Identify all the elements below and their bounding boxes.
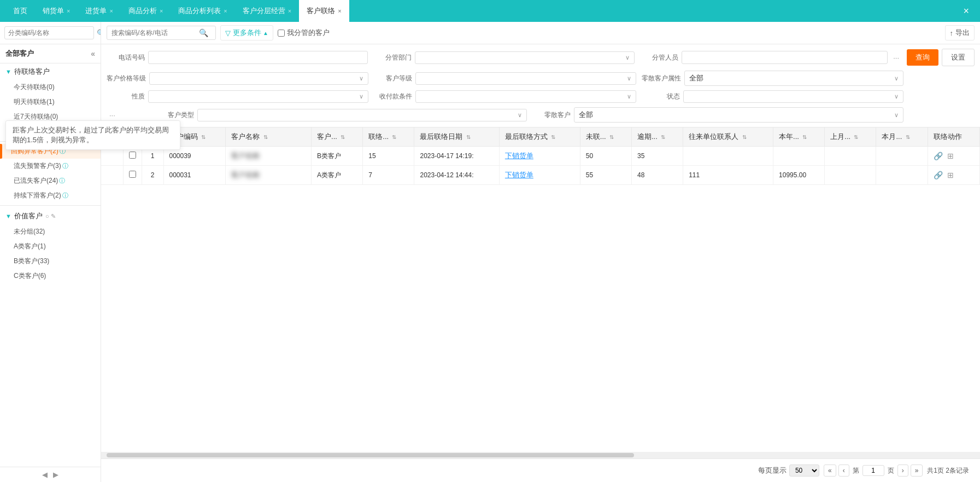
- sidebar-item-declining[interactable]: 持续下滑客户(2) ⓘ: [0, 188, 101, 203]
- person-input[interactable]: [682, 51, 888, 64]
- nav-customer-contact[interactable]: 客户联络 ×: [299, 0, 349, 22]
- td-checkbox-2[interactable]: [123, 166, 142, 185]
- nav-customer-layer[interactable]: 客户分层经营 ×: [235, 0, 299, 22]
- th-this-year[interactable]: 本年... ⇅: [773, 127, 825, 147]
- nav-customer-contact-close[interactable]: ×: [338, 8, 341, 14]
- td-last-way-2[interactable]: 下销货单: [499, 166, 580, 185]
- action-grid-icon-1[interactable]: ⊞: [947, 152, 954, 160]
- action-icons-2: 🔗 ⊞: [934, 171, 974, 179]
- price-level-select[interactable]: ∨: [149, 72, 368, 85]
- first-page-btn[interactable]: «: [824, 464, 836, 477]
- td-type-2: A类客户: [312, 166, 363, 185]
- value-edit-icon[interactable]: ○ ✎: [45, 213, 56, 220]
- h-scrollbar-thumb[interactable]: [107, 453, 634, 457]
- th-type[interactable]: 客户... ⇅: [312, 127, 363, 147]
- export-btn[interactable]: ↑ 导出: [945, 25, 975, 40]
- th-contact[interactable]: 联络... ⇅: [363, 127, 414, 147]
- payment-select[interactable]: ∨: [415, 90, 636, 103]
- my-customers-checkbox-wrap[interactable]: 我分管的客户: [278, 28, 330, 38]
- th-unit-contact[interactable]: 往来单位联系人 ⇅: [683, 127, 773, 147]
- th-this-month[interactable]: 本月... ⇅: [876, 127, 928, 147]
- td-name-2[interactable]: 客户名称: [226, 166, 312, 185]
- status-select[interactable]: ∨: [683, 90, 903, 103]
- retail-customer-select[interactable]: 全部 ∨: [574, 107, 903, 123]
- th-uncontacted[interactable]: 未联... ⇅: [580, 127, 631, 147]
- table-row: 1 000039 客户名称 B类客户 15 2023-04-17 14:19: …: [101, 147, 980, 166]
- th-uncontacted-sort: ⇅: [609, 134, 614, 140]
- action-link-icon-1[interactable]: 🔗: [934, 152, 943, 160]
- td-settings-2: [101, 166, 123, 185]
- sidebar-item-class-b[interactable]: B类客户(33): [0, 254, 101, 269]
- nav-product-list-close[interactable]: ×: [224, 8, 227, 14]
- sidebar-item-class-c[interactable]: C类客户(6): [0, 269, 101, 283]
- action-link-icon-2[interactable]: 🔗: [934, 171, 943, 179]
- settings-btn[interactable]: 设置: [942, 49, 975, 66]
- sidebar-item-today[interactable]: 今天待联络(0): [0, 80, 101, 95]
- main-layout: 🔍 全部客户 « ▼ 待联络客户 今天待联络(0) 明天待联络(1) 近7天待联…: [0, 22, 980, 482]
- table-container[interactable]: ⚙ 客户编码 ⇅ 客户名称 ⇅: [101, 127, 980, 452]
- person-more-icon[interactable]: ···: [891, 54, 901, 62]
- sidebar-item-tomorrow[interactable]: 明天待联络(1): [0, 95, 101, 109]
- sidebar-nav-right-icon[interactable]: ▶: [53, 471, 58, 479]
- pagination-total: 共1页 2条记录: [927, 466, 969, 475]
- sidebar-pending-section[interactable]: ▼ 待联络客户: [0, 63, 101, 80]
- td-action-2: 🔗 ⊞: [928, 166, 979, 185]
- row1-checkbox[interactable]: [129, 152, 136, 159]
- th-overdue[interactable]: 逾期... ⇅: [631, 127, 683, 147]
- customer-search-input[interactable]: [112, 29, 199, 37]
- th-name[interactable]: 客户名称 ⇅: [226, 127, 312, 147]
- th-last-way-sort: ⇅: [551, 134, 555, 140]
- sidebar-item-churned[interactable]: 已流失客户(24) ⓘ: [0, 173, 101, 188]
- filter-icon: ▽: [225, 29, 231, 37]
- td-last-way-2-link[interactable]: 下销货单: [505, 171, 533, 179]
- nav-home[interactable]: 首页: [5, 0, 35, 22]
- query-btn[interactable]: 查询: [907, 49, 938, 66]
- sidebar-item-class-a[interactable]: A类客户(1): [0, 239, 101, 254]
- page-number-input[interactable]: [862, 465, 884, 476]
- tooltip-box: 距客户上次交易时长，超过了此客户的平均交易周期的1.5倍，则视为异常。: [101, 120, 180, 150]
- nav-customer-layer-close[interactable]: ×: [288, 8, 291, 14]
- nature-select[interactable]: ∨: [148, 90, 368, 103]
- td-last-way-1-link[interactable]: 下销货单: [505, 152, 533, 160]
- th-last-date[interactable]: 最后联络日期 ⇅: [414, 127, 499, 147]
- prev-page-btn[interactable]: ‹: [838, 464, 849, 477]
- nav-purchase[interactable]: 进货单 ×: [78, 0, 120, 22]
- phone-input[interactable]: [148, 51, 368, 64]
- nav-sales-close[interactable]: ×: [67, 8, 70, 14]
- window-close-btn[interactable]: ×: [958, 5, 975, 17]
- td-name-1[interactable]: 客户名称: [226, 147, 312, 166]
- sidebar-value-customers[interactable]: ▼ 价值客户 ○ ✎: [0, 208, 101, 224]
- my-customers-checkbox[interactable]: [278, 30, 285, 37]
- filter-more-dots[interactable]: ···: [107, 111, 118, 119]
- sidebar-item-churn-warning[interactable]: 流失预警客户(3) ⓘ: [0, 159, 101, 173]
- nav-purchase-close[interactable]: ×: [109, 8, 113, 14]
- customer-level-select[interactable]: ∨: [415, 72, 636, 85]
- per-page-select[interactable]: 50 100 200: [789, 464, 819, 477]
- search-input-wrap: 🔍: [107, 26, 216, 40]
- dept-select[interactable]: ∨: [415, 51, 635, 64]
- more-conditions-btn[interactable]: ▽ 更多条件 ▲: [220, 25, 273, 40]
- td-last-way-1[interactable]: 下销货单: [499, 147, 580, 166]
- sidebar-item-ungroup[interactable]: 未分组(32): [0, 224, 101, 239]
- sidebar-search-input[interactable]: [4, 26, 94, 39]
- nav-sales[interactable]: 销货单 ×: [35, 0, 78, 22]
- sidebar-collapse-btn[interactable]: «: [91, 49, 95, 58]
- next-page-btn[interactable]: ›: [897, 464, 908, 477]
- nav-product-analysis-close[interactable]: ×: [160, 8, 163, 14]
- td-uncontacted-1: 50: [580, 147, 631, 166]
- th-last-way[interactable]: 最后联络方式 ⇅: [499, 127, 580, 147]
- nav-product-list[interactable]: 商品分析列表 ×: [171, 0, 234, 22]
- sidebar-search-icon[interactable]: 🔍: [97, 29, 101, 37]
- th-last-month[interactable]: 上月... ⇅: [825, 127, 876, 147]
- row2-checkbox[interactable]: [129, 171, 136, 178]
- customer-search-icon[interactable]: 🔍: [199, 28, 208, 37]
- nav-product-analysis[interactable]: 商品分析 ×: [121, 0, 171, 22]
- action-grid-icon-2[interactable]: ⊞: [947, 171, 954, 179]
- filter-payment: 收付款条件 ∨: [374, 90, 636, 103]
- h-scrollbar[interactable]: [101, 452, 980, 458]
- last-page-btn[interactable]: »: [911, 464, 923, 477]
- retail-attr-select[interactable]: 全部 ∨: [684, 71, 903, 86]
- sidebar-nav-left-icon[interactable]: ◀: [42, 471, 48, 479]
- customer-type-select[interactable]: ∨: [197, 109, 527, 121]
- td-code-2[interactable]: 000031: [163, 166, 226, 185]
